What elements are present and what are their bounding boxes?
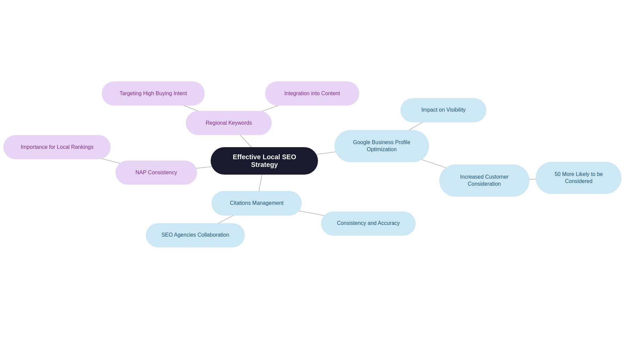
node-label-seo-agencies: SEO Agencies Collaboration [160,232,230,239]
node-label-google-business: Google Business Profile Optimization [344,139,420,153]
node-google-business[interactable]: Google Business Profile Optimization [334,130,429,162]
node-citations-management[interactable]: Citations Management [212,191,302,215]
node-importance-rankings[interactable]: Importance for Local Rankings [3,135,111,159]
node-label-regional-keywords: Regional Keywords [204,120,253,127]
node-consistency-accuracy[interactable]: Consistency and Accuracy [321,211,416,236]
node-targeting-high[interactable]: Targeting High Buying Intent [102,81,205,106]
node-nap-consistency[interactable]: NAP Consistency [115,161,197,185]
node-integration-content[interactable]: Integration into Content [265,81,360,106]
node-label-targeting-high: Targeting High Buying Intent [118,90,188,97]
node-label-citations-management: Citations Management [228,200,285,207]
node-label-importance-rankings: Importance for Local Rankings [19,144,95,151]
mind-map: Effective Local SEO StrategyRegional Key… [0,0,644,363]
node-seo-agencies[interactable]: SEO Agencies Collaboration [146,223,245,247]
node-label-50-more: 50 More Likely to be Considered [545,171,612,185]
node-label-increased-customer: Increased Customer Consideration [448,174,520,188]
node-center[interactable]: Effective Local SEO Strategy [211,147,318,175]
node-label-impact-visibility: Impact on Visibility [420,107,467,114]
node-impact-visibility[interactable]: Impact on Visibility [400,98,486,122]
node-increased-customer[interactable]: Increased Customer Consideration [439,165,529,197]
node-label-integration-content: Integration into Content [283,90,341,97]
node-50-more[interactable]: 50 More Likely to be Considered [536,162,622,194]
node-label-nap-consistency: NAP Consistency [134,169,178,176]
node-regional-keywords[interactable]: Regional Keywords [186,111,272,135]
node-label-consistency-accuracy: Consistency and Accuracy [335,220,401,227]
